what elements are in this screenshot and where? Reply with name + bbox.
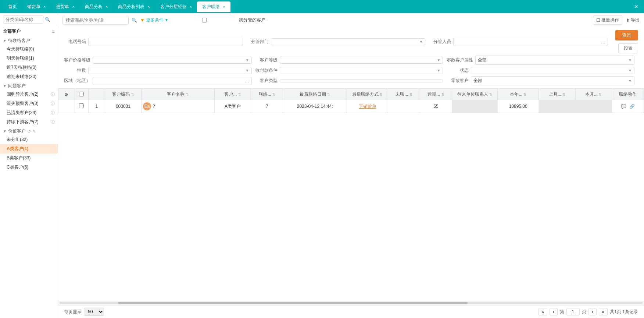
search-input[interactable] <box>62 16 129 25</box>
data-table-container: ⚙ 客户编码 ⇅ 客户名称 ⇅ <box>58 89 644 301</box>
sidebar-search-input[interactable] <box>3 15 43 24</box>
horizontal-scrollbar[interactable] <box>58 301 644 305</box>
sidebar-collapse-icon[interactable]: ≡ <box>52 29 55 35</box>
nav-tab-analysis-list[interactable]: 商品分析列表 × <box>113 1 155 12</box>
customer-grade-select[interactable]: ▼ <box>280 57 443 64</box>
close-customer-contact-tab[interactable]: × <box>223 4 225 9</box>
retail-attr-select[interactable]: 全部 ▼ <box>475 56 634 65</box>
region-select[interactable]: … <box>93 77 252 85</box>
problem-arrow-icon: ▼ <box>3 84 7 88</box>
col-header-thismonth[interactable]: 本月... ⇅ <box>575 89 612 100</box>
sidebar-item-declining[interactable]: 持续下滑客户(2) ⓘ <box>0 117 58 127</box>
more-filters-button[interactable]: ▼ 更多条件 ▼ <box>140 17 168 23</box>
sidebar-item-churn-warning[interactable]: 流失预警客户(3) ⓘ <box>0 99 58 108</box>
payment-label: 收付款条件 <box>255 67 278 74</box>
sidebar-item-class-a[interactable]: A类客户(1) <box>0 144 58 153</box>
all-customer-label: 全部客户 <box>3 28 21 35</box>
sidebar-item-tomorrow[interactable]: 明天待联络(1) <box>0 54 58 63</box>
nav-tab-purchase[interactable]: 进货单 × <box>51 1 79 12</box>
nav-tab-analysis[interactable]: 商品分析 × <box>80 1 113 12</box>
col-header-prevunit[interactable]: 往来单位联系人 ⇅ <box>452 89 498 100</box>
scrollbar-thumb[interactable] <box>118 302 468 304</box>
price-grade-select[interactable]: ▼ <box>93 57 252 64</box>
value-refresh-icon[interactable]: ↺ <box>27 129 31 134</box>
my-customers-checkbox-container[interactable]: 我分管的客户 <box>171 17 265 23</box>
col-header-contact[interactable]: 联络... ⇅ <box>251 89 283 100</box>
content-area: 🔍 ▼ 更多条件 ▼ 我分管的客户 ☐ 批量操作 ⬆ 导出 <box>58 13 644 318</box>
sidebar-item-class-c[interactable]: C类客户(6) <box>0 163 58 172</box>
settings-button[interactable]: 设置 <box>618 43 638 53</box>
lastway-link[interactable]: 下销货单 <box>359 104 376 109</box>
col-header-nocontact[interactable]: 未联... ⇅ <box>388 89 420 100</box>
adv-filter-row-3: 性质 ▼ 收付款条件 ▼ 状态 <box>64 67 638 74</box>
row-check-cell[interactable] <box>75 100 88 113</box>
nav-tab-home[interactable]: 首页 <box>3 1 22 12</box>
export-button[interactable]: ⬆ 导出 <box>626 17 640 23</box>
sidebar-search-icon[interactable]: 🔍 <box>45 17 50 22</box>
sidebar-item-7days[interactable]: 近7天待联络(0) <box>0 63 58 72</box>
sidebar-item-repurchase-abnormal[interactable]: 回购异常客户(2) ⓘ <box>0 90 58 99</box>
sidebar-item-unclassified[interactable]: 未分组(32) <box>0 135 58 144</box>
sort-code-icon: ⇅ <box>131 93 134 96</box>
col-header-lastway[interactable]: 最后联络方式 ⇅ <box>347 89 388 100</box>
filter-search-icon[interactable]: 🔍 <box>132 18 137 23</box>
close-sales-tab[interactable]: × <box>43 4 46 9</box>
col-header-thisyear[interactable]: 本年... ⇅ <box>498 89 539 100</box>
row-lastway-cell[interactable]: 下销货单 <box>347 100 388 113</box>
gear-icon[interactable]: ⚙ <box>64 92 68 97</box>
page-size-select[interactable]: 50 100 200 <box>84 308 104 316</box>
col-header-code[interactable]: 客户编码 ⇅ <box>105 89 141 100</box>
last-page-button[interactable]: » <box>599 308 608 315</box>
sidebar-search-area: 🔍 <box>0 13 58 26</box>
phone-input[interactable] <box>88 38 243 46</box>
link-action-icon[interactable]: 🔗 <box>629 104 635 109</box>
first-page-button[interactable]: « <box>538 308 547 315</box>
col-header-lastmonth[interactable]: 上月... ⇅ <box>539 89 575 100</box>
my-customers-checkbox[interactable] <box>171 18 237 22</box>
sidebar-all-customer-header[interactable]: 全部客户 ≡ <box>0 26 58 36</box>
query-button[interactable]: 查询 <box>615 30 638 40</box>
value-edit-icon[interactable]: ✎ <box>32 129 36 134</box>
retail-attr-chevron-icon: ▼ <box>628 58 632 62</box>
window-close-button[interactable]: × <box>631 3 641 11</box>
customer-type-select[interactable] <box>280 80 443 82</box>
export-icon: ⬆ <box>626 18 630 23</box>
sidebar-item-class-b[interactable]: B类客户(33) <box>0 153 58 163</box>
next-page-button[interactable]: › <box>588 308 597 315</box>
row-checkbox[interactable] <box>79 103 84 108</box>
scrollbar-track[interactable] <box>60 302 643 304</box>
manager-dots-icon[interactable]: … <box>601 39 605 45</box>
retail-customer-select[interactable]: 全部 ▼ <box>471 76 634 85</box>
select-all-checkbox[interactable] <box>79 92 84 96</box>
close-analysis-list-tab[interactable]: × <box>147 4 150 9</box>
page-number-input[interactable] <box>566 308 580 315</box>
sidebar-item-churned[interactable]: 已流失客户(24) ⓘ <box>0 108 58 117</box>
status-select[interactable]: ▼ <box>471 67 634 74</box>
close-analysis-tab[interactable]: × <box>105 4 108 9</box>
payment-select[interactable]: ▼ <box>280 67 443 74</box>
col-header-overdue[interactable]: 逾期... ⇅ <box>420 89 452 100</box>
manager-select[interactable]: … <box>453 38 608 46</box>
batch-op-button[interactable]: ☐ 批量操作 <box>593 15 622 25</box>
col-header-check[interactable] <box>75 89 88 100</box>
sidebar-item-overdue[interactable]: 逾期未联络(30) <box>0 72 58 81</box>
col-header-name[interactable]: 客户名称 ⇅ <box>142 89 215 100</box>
region-dots-icon[interactable]: … <box>245 78 249 84</box>
close-purchase-tab[interactable]: × <box>72 4 74 9</box>
nav-tab-customer-contact[interactable]: 客户联络 × <box>197 1 230 12</box>
close-customer-segment-tab[interactable]: × <box>190 4 192 9</box>
message-action-icon[interactable]: 💬 <box>621 104 626 109</box>
adv-filter-actions: 查询 设置 <box>612 30 638 53</box>
status-label: 状态 <box>447 67 469 74</box>
col-header-grade[interactable]: 客户... ⇅ <box>214 89 251 100</box>
sidebar-item-today[interactable]: 今天待联络(0) <box>0 45 58 54</box>
dept-select[interactable]: ▼ <box>271 38 426 45</box>
col-header-settings[interactable]: ⚙ <box>58 89 75 100</box>
filter-nature: 性质 ▼ <box>64 67 255 74</box>
nav-tab-customer-segment[interactable]: 客户分层经营 × <box>155 1 197 12</box>
prev-page-button[interactable]: ‹ <box>550 308 558 315</box>
adv-filter-row-2: 客户价格等级 ▼ 客户等级 ▼ 零散客户属性 全部 <box>64 56 638 65</box>
col-header-lastdate[interactable]: 最后联络日期 ⇅ <box>283 89 347 100</box>
nav-tab-sales[interactable]: 销货单 × <box>22 1 51 12</box>
nature-select[interactable]: ▼ <box>88 67 252 74</box>
